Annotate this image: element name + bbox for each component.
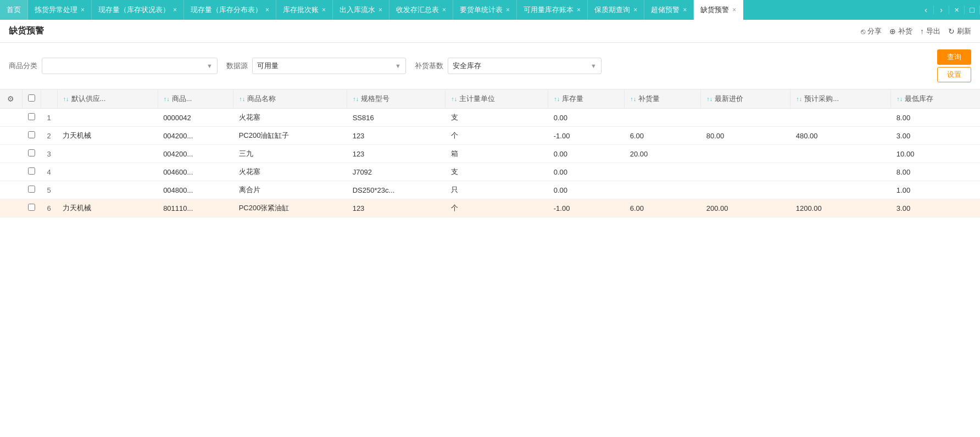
export-icon: ↑ xyxy=(920,27,924,36)
row-checkbox-input-2[interactable] xyxy=(28,149,35,156)
maximize-btn[interactable]: □ xyxy=(965,5,980,14)
row-supplier-3 xyxy=(57,163,158,181)
tab-close-stock-status[interactable]: × xyxy=(173,6,177,14)
row-est-purchase-4 xyxy=(790,181,891,199)
row-product-code-1: 004200... xyxy=(158,127,233,145)
share-btn[interactable]: ⎋ 分享 xyxy=(861,26,882,36)
tab-close-demand-stat[interactable]: × xyxy=(506,6,510,14)
tab-stock-dist[interactable]: 现存量（库存分布表）× xyxy=(184,0,276,20)
tab-label-shortage: 缺货预警 xyxy=(700,5,729,15)
column-unit[interactable]: ↑↓ 主计量单位 xyxy=(446,89,548,109)
tab-demand-stat[interactable]: 要货单统计表× xyxy=(453,0,517,20)
tab-overstock[interactable]: 超储预警× xyxy=(644,0,694,20)
row-supplier-5: 力天机械 xyxy=(57,199,158,217)
column-replenish-qty[interactable]: ↑↓ 补货量 xyxy=(625,89,701,109)
table-row: 5 004800... 离合片 DS250*23c... 只 0.00 1.00 xyxy=(0,181,980,199)
tab-close-stock-dist[interactable]: × xyxy=(265,6,269,14)
column-product-code[interactable]: ↑↓ 商品... xyxy=(158,89,233,109)
settings-button[interactable]: 设置 xyxy=(937,67,971,82)
datasource-value: 可用量 xyxy=(257,61,279,71)
tab-available[interactable]: 可用量库存账本× xyxy=(517,0,588,20)
table-container: ⚙ ↑↓ 默认供应... ↑↓ xyxy=(0,89,980,217)
column-min-stock-sort-icon: ↑↓ xyxy=(897,96,903,102)
table-row: 2 力天机械 004200... PC200油缸缸子 123 个 -1.00 6… xyxy=(0,127,980,145)
tab-close-expiry[interactable]: × xyxy=(633,6,637,14)
replenish-base-filter-group: 补货基数 安全库存 ▼ xyxy=(415,58,602,74)
datasource-select[interactable]: 可用量 ▼ xyxy=(252,58,406,74)
row-unit-0: 支 xyxy=(446,109,548,127)
data-table: ⚙ ↑↓ 默认供应... ↑↓ xyxy=(0,89,980,217)
export-btn[interactable]: ↑ 导出 xyxy=(920,26,940,36)
row-checkbox-4[interactable] xyxy=(22,181,41,199)
row-unit-4: 只 xyxy=(446,181,548,199)
row-min-stock-5: 3.00 xyxy=(891,199,980,217)
column-est-purchase[interactable]: ↑↓ 预计采购... xyxy=(790,89,891,109)
tab-expiry[interactable]: 保质期查询× xyxy=(588,0,644,20)
tab-close-overstock[interactable]: × xyxy=(683,6,687,14)
tab-shortage[interactable]: 缺货预警× xyxy=(694,0,743,20)
row-replenish-qty-0 xyxy=(625,109,701,127)
row-est-purchase-2 xyxy=(790,145,891,163)
column-settings[interactable]: ⚙ xyxy=(0,89,22,109)
row-latest-price-1: 80.00 xyxy=(701,127,790,145)
category-filter-group: 商品分类 ▼ xyxy=(9,58,218,74)
row-checkbox-1[interactable] xyxy=(22,127,41,145)
row-checkbox-3[interactable] xyxy=(22,163,41,181)
row-checkbox-input-1[interactable] xyxy=(28,131,35,138)
query-button[interactable]: 查询 xyxy=(937,49,971,65)
row-num-3: 4 xyxy=(41,163,57,181)
tab-label-receive-pay: 收发存汇总表 xyxy=(396,5,439,15)
select-all-checkbox[interactable] xyxy=(28,94,35,102)
refresh-btn[interactable]: ↻ 刷新 xyxy=(948,26,971,36)
row-num-2: 3 xyxy=(41,145,57,163)
column-latest-price[interactable]: ↑↓ 最新进价 xyxy=(701,89,790,109)
row-checkbox-input-5[interactable] xyxy=(28,204,35,211)
replenish-base-select[interactable]: 安全库存 ▼ xyxy=(448,58,602,74)
category-select[interactable]: ▼ xyxy=(42,58,218,74)
row-latest-price-2 xyxy=(701,145,790,163)
replenish-base-dropdown-icon: ▼ xyxy=(591,63,597,69)
column-product-name[interactable]: ↑↓ 商品名称 xyxy=(233,89,347,109)
column-latest-price-sort-icon: ↑↓ xyxy=(706,96,712,102)
column-stock-qty[interactable]: ↑↓ 库存量 xyxy=(548,89,625,109)
tab-close-receive-pay[interactable]: × xyxy=(442,6,446,14)
column-spec[interactable]: ↑↓ 规格型号 xyxy=(347,89,446,109)
row-product-name-1: PC200油缸缸子 xyxy=(233,127,347,145)
column-replenish-qty-sort-icon: ↑↓ xyxy=(630,96,636,102)
row-num-1: 2 xyxy=(41,127,57,145)
row-gear-1 xyxy=(0,127,22,145)
row-min-stock-1: 3.00 xyxy=(891,127,980,145)
replenish-btn[interactable]: ⊕ 补货 xyxy=(889,26,912,36)
tab-scroll-right[interactable]: › xyxy=(934,5,949,14)
tab-inout-flow[interactable]: 出入库流水× xyxy=(333,0,389,20)
row-unit-5: 个 xyxy=(446,199,548,217)
column-supplier[interactable]: ↑↓ 默认供应... xyxy=(57,89,158,109)
tab-receive-pay[interactable]: 收发存汇总表× xyxy=(389,0,453,20)
row-checkbox-0[interactable] xyxy=(22,109,41,127)
tab-scroll-left[interactable]: ‹ xyxy=(918,5,934,14)
close-window-btn[interactable]: × xyxy=(949,5,965,14)
row-product-code-5: 801110... xyxy=(158,199,233,217)
tab-close-batch[interactable]: × xyxy=(322,6,326,14)
row-checkbox-input-3[interactable] xyxy=(28,167,35,175)
tab-home[interactable]: 首页 xyxy=(0,0,28,20)
column-supplier-sort-icon: ↑↓ xyxy=(63,96,69,102)
tab-close-exception[interactable]: × xyxy=(81,6,85,14)
row-checkbox-input-0[interactable] xyxy=(28,113,35,120)
tab-stock-status[interactable]: 现存量（库存状况表）× xyxy=(92,0,184,20)
column-min-stock[interactable]: ↑↓ 最低库存 xyxy=(891,89,980,109)
row-checkbox-input-4[interactable] xyxy=(28,186,35,193)
tab-label-expiry: 保质期查询 xyxy=(594,5,630,15)
tab-close-available[interactable]: × xyxy=(577,6,581,14)
gear-icon[interactable]: ⚙ xyxy=(7,94,14,103)
tab-close-inout-flow[interactable]: × xyxy=(378,6,382,14)
column-product-name-sort-icon: ↑↓ xyxy=(239,96,245,102)
row-checkbox-2[interactable] xyxy=(22,145,41,163)
tab-batch[interactable]: 库存批次账× xyxy=(276,0,333,20)
tab-exception[interactable]: 拣货异常处理× xyxy=(28,0,92,20)
row-latest-price-3 xyxy=(701,163,790,181)
row-checkbox-5[interactable] xyxy=(22,199,41,217)
row-latest-price-0 xyxy=(701,109,790,127)
filter-bar: 商品分类 ▼ 数据源 可用量 ▼ 补货基数 安全库存 ▼ 查询 设置 xyxy=(0,43,980,89)
tab-close-shortage[interactable]: × xyxy=(732,6,736,14)
